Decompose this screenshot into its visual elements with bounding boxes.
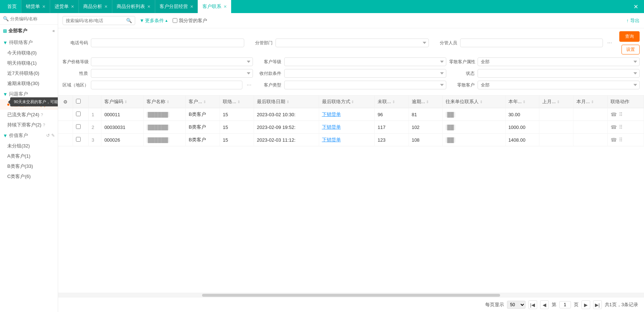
page-number-input[interactable] [559,301,571,308]
th-name[interactable]: 客户名称 [143,96,185,108]
close-sales-order-icon[interactable]: ✕ [42,4,45,9]
th-not-contacted[interactable]: 未联... [374,96,408,108]
prev-page-btn[interactable]: ◀ [540,300,549,309]
my-customers-checkbox[interactable] [173,18,177,23]
close-customer-contact-icon[interactable]: ✕ [224,4,227,9]
scrollbar-area[interactable] [58,293,644,297]
more-action-icon-2[interactable]: ⠿ [619,137,623,143]
search-icon[interactable]: 🔍 [126,18,132,23]
td-last-way-2[interactable]: 下销货单 [319,134,374,146]
filter-status-select[interactable] [478,69,640,78]
td-last-way-1[interactable]: 下销货单 [319,121,374,134]
next-page-btn[interactable]: ▶ [581,300,590,309]
tab-sales-order[interactable]: 销货单 ✕ [21,0,50,13]
contact-icon-0[interactable]: ☎ [611,112,617,117]
refresh-icon[interactable]: ↺ [46,133,50,138]
global-close-button[interactable]: ✕ [631,3,641,10]
more-conditions-btn[interactable]: ▼ 更多条件 ▲ [140,17,168,24]
filter-zero-customer-select[interactable]: 全部 [478,81,640,89]
filter-region-label: 区域（地区） [63,82,88,88]
sidebar-item-tomorrow[interactable]: 明天待联络(1) [0,58,58,68]
th-last-month[interactable]: 上月... [539,96,573,108]
th-this-year[interactable]: 本年... [505,96,539,108]
sidebar-item-7days[interactable]: 近7天待联络(0) [0,68,58,78]
sidebar-item-overdue[interactable]: 逾期未联络(30) [0,78,58,89]
last-page-btn[interactable]: ▶| [593,300,602,309]
td-last-month-0 [539,108,573,121]
sidebar-item-today[interactable]: 今天待联络(0) [0,48,58,58]
filter-nature-select[interactable] [91,69,253,78]
filter-phone-input[interactable] [91,39,244,47]
query-button[interactable]: 查询 [619,31,640,42]
main-search-input[interactable] [66,18,125,23]
filter-person-dots[interactable]: ··· [606,40,613,46]
home-tab[interactable]: 首页 [3,0,21,13]
td-checkbox-1[interactable] [73,121,89,134]
th-gear[interactable]: ⚙ [58,96,73,108]
td-last-way-0[interactable]: 下销货单 [319,108,374,121]
filter-zero-attr-select[interactable]: 全部 [478,57,640,66]
tab-customer-layer[interactable]: 客户分层经营 ✕ [155,0,198,13]
td-checkbox-2[interactable] [73,134,89,146]
filter-customer-type-select[interactable] [284,81,446,89]
triangle-icon-problem: ▼ [3,92,8,97]
row-checkbox-2[interactable] [76,137,81,142]
sidebar-item-ungrouped[interactable]: 未分组(32) [0,141,58,151]
filter-payment-select[interactable] [284,69,446,78]
horizontal-scrollbar[interactable] [202,294,500,297]
sidebar-item-a-class[interactable]: A类客户(1) [0,151,58,161]
close-product-analysis-icon[interactable]: ✕ [104,4,108,9]
filter-customer-grade-select[interactable] [284,57,446,66]
per-page-select[interactable]: 50 100 200 [507,301,526,309]
th-checkbox[interactable] [73,96,89,108]
close-purchase-order-icon[interactable]: ✕ [71,4,74,9]
contact-icon-1[interactable]: ☎ [611,124,617,130]
collapse-icon[interactable]: « [52,28,55,33]
filter-region-dots[interactable]: ··· [245,82,253,88]
sidebar-all-customers[interactable]: ⊞ 全部客户 « [0,25,58,37]
close-product-analysis-list-icon[interactable]: ✕ [147,4,150,9]
row-checkbox-1[interactable] [76,124,81,129]
tab-product-analysis-list[interactable]: 商品分析列表 ✕ [112,0,155,13]
more-action-icon-1[interactable]: ⠿ [619,124,623,130]
sidebar-group-pending[interactable]: ▼ 待联络客户 [0,37,58,48]
filter-zero-attr: 零散客户属性 全部 [449,57,640,66]
th-last-contact-date[interactable]: 最后联络日期 [254,96,319,108]
filter-region-input[interactable] [91,81,242,89]
close-customer-layer-icon[interactable]: ✕ [190,4,193,9]
export-btn[interactable]: ↑ 导出 [627,17,640,24]
last-way-link-1[interactable]: 下销货单 [322,124,341,130]
td-checkbox-0[interactable] [73,108,89,121]
filter-person-input[interactable] [460,39,603,47]
last-way-link-2[interactable]: 下销货单 [322,137,341,142]
row-checkbox-0[interactable] [76,112,81,116]
tab-product-analysis[interactable]: 商品分析 ✕ [79,0,112,13]
td-index-0: 1 [89,108,101,121]
filter-price-grade-select[interactable] [91,57,253,66]
settings-button[interactable]: 设置 [621,45,640,54]
sidebar-item-churned[interactable]: 已流失客户(24) ? [0,110,58,120]
contact-icon-2[interactable]: ☎ [611,137,617,143]
th-unit-contact[interactable]: 往来单位联系人 [443,96,505,108]
sidebar-item-declining[interactable]: 持续下滑客户(2) ? [0,120,58,130]
th-type[interactable]: 客户... [186,96,220,108]
advanced-filter: 电话号码 分管部门 分管人员 ··· 查询 设置 [58,28,644,96]
first-page-btn[interactable]: |◀ [528,300,537,309]
filter-dept-select[interactable] [275,39,429,47]
sidebar-item-c-class[interactable]: C类客户(6) [0,171,58,182]
select-all-checkbox[interactable] [76,99,81,104]
more-action-icon-0[interactable]: ⠿ [619,112,623,117]
th-code[interactable]: 客户编码 [101,96,144,108]
my-customers-filter[interactable]: 我分管的客户 [173,17,207,24]
tab-purchase-order[interactable]: 进货单 ✕ [50,0,79,13]
sidebar-group-value[interactable]: ▼ 价值客户 ↺ ✎ [0,130,58,141]
sidebar-item-b-class[interactable]: B类客户(33) [0,161,58,171]
th-this-month[interactable]: 本月... [573,96,608,108]
sidebar-search-input[interactable] [10,16,58,21]
th-last-contact-way[interactable]: 最后联络方式 [319,96,374,108]
edit-icon[interactable]: ✎ [51,133,55,138]
tab-customer-contact[interactable]: 客户联系 ✕ [198,0,231,13]
last-way-link-0[interactable]: 下销货单 [322,112,341,117]
th-overdue[interactable]: 逾期... [408,96,443,108]
th-contact[interactable]: 联络... [220,96,254,108]
